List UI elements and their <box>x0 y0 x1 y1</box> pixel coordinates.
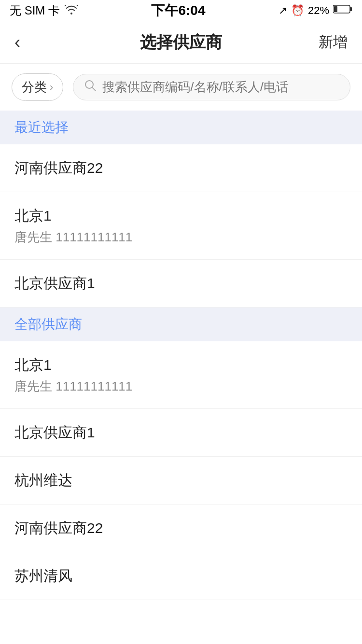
list-item[interactable]: 苏州清风 <box>0 552 362 600</box>
item-sub: 唐先生 11111111111 <box>14 378 348 395</box>
recent-list: 河南供应商22北京1唐先生 11111111111北京供应商1 <box>0 144 362 308</box>
all-list: 北京1唐先生 11111111111北京供应商1杭州维达河南供应商22苏州清风 <box>0 341 362 600</box>
item-sub: 唐先生 11111111111 <box>14 229 348 246</box>
all-section-label: 全部供应商 <box>14 317 82 332</box>
item-name: 北京供应商1 <box>14 273 348 294</box>
search-icon <box>84 79 97 95</box>
wifi-icon <box>65 4 78 17</box>
status-bar: 无 SIM 卡 下午6:04 ↗ ⏰ 22% <box>0 0 362 21</box>
battery-text: 22% <box>308 4 329 17</box>
alarm-icon: ⏰ <box>291 4 304 17</box>
item-name: 苏州清风 <box>14 566 348 586</box>
category-label: 分类 <box>22 79 47 96</box>
back-button[interactable]: ‹ <box>14 32 43 53</box>
list-item[interactable]: 北京1唐先生 11111111111 <box>0 192 362 260</box>
item-name: 北京1 <box>14 206 348 226</box>
svg-line-4 <box>92 87 96 91</box>
status-left: 无 SIM 卡 <box>10 3 78 18</box>
search-bar[interactable] <box>73 74 350 100</box>
list-item[interactable]: 河南供应商22 <box>0 144 362 192</box>
all-section-header: 全部供应商 <box>0 308 362 341</box>
filter-bar: 分类 › <box>0 64 362 111</box>
list-item[interactable]: 北京1唐先生 11111111111 <box>0 341 362 409</box>
recent-section-header: 最近选择 <box>0 111 362 144</box>
sim-text: 无 SIM 卡 <box>10 3 60 18</box>
status-time: 下午6:04 <box>151 1 205 20</box>
chevron-right-icon: › <box>50 81 53 94</box>
item-name: 杭州维达 <box>14 470 348 490</box>
recent-section-label: 最近选择 <box>14 120 69 135</box>
item-name: 河南供应商22 <box>14 518 348 538</box>
location-icon: ↗ <box>278 4 287 17</box>
list-item[interactable]: 河南供应商22 <box>0 504 362 552</box>
svg-rect-1 <box>350 7 352 11</box>
add-button[interactable]: 新增 <box>319 32 348 52</box>
battery-icon <box>333 4 352 17</box>
status-right: ↗ ⏰ 22% <box>278 4 352 17</box>
svg-rect-2 <box>334 6 337 12</box>
item-name: 北京1 <box>14 355 348 375</box>
list-item[interactable]: 北京供应商1 <box>0 409 362 457</box>
nav-bar: ‹ 选择供应商 新增 <box>0 21 362 64</box>
page-title: 选择供应商 <box>140 31 222 54</box>
category-button[interactable]: 分类 › <box>12 73 63 101</box>
list-item[interactable]: 北京供应商1 <box>0 260 362 308</box>
item-name: 河南供应商22 <box>14 158 348 178</box>
list-item[interactable]: 杭州维达 <box>0 457 362 504</box>
search-input[interactable] <box>102 80 339 95</box>
item-name: 北京供应商1 <box>14 422 348 443</box>
